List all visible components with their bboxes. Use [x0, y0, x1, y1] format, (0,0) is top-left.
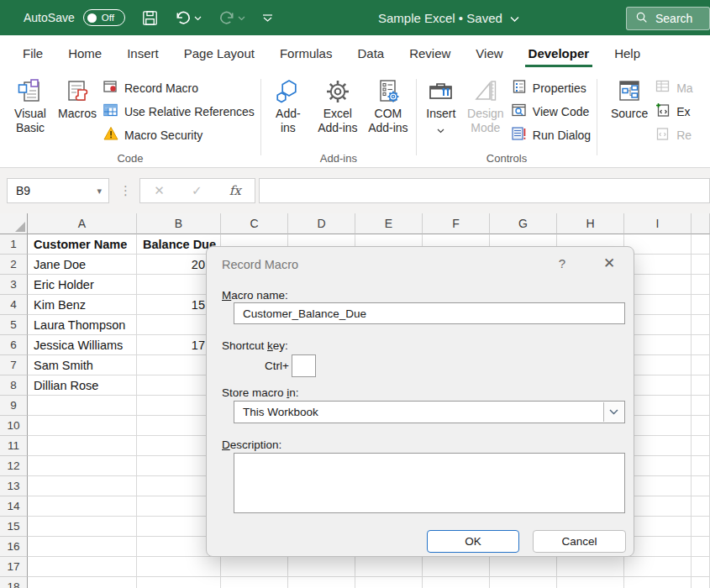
- cell-filler-11[interactable]: [692, 436, 710, 456]
- cell-d18[interactable]: [288, 577, 355, 588]
- row-header-2[interactable]: 2: [0, 255, 28, 275]
- cell-a2[interactable]: Jane Doe: [28, 255, 137, 275]
- cell-i13[interactable]: [624, 476, 692, 496]
- cell-h17[interactable]: [557, 557, 624, 577]
- cell-a13[interactable]: [28, 476, 137, 496]
- cell-filler-4[interactable]: [692, 295, 710, 315]
- com-add-ins-button[interactable]: COM Add-ins: [364, 71, 413, 134]
- cell-i11[interactable]: [624, 436, 692, 456]
- tab-page-layout[interactable]: Page Layout: [171, 35, 267, 71]
- cell-i1[interactable]: [624, 234, 692, 255]
- row-header-9[interactable]: 9: [0, 396, 28, 416]
- cell-g17[interactable]: [490, 557, 557, 577]
- cell-filler-5[interactable]: [692, 315, 710, 335]
- row-header-14[interactable]: 14: [0, 496, 28, 517]
- export-button[interactable]: Ex: [653, 102, 695, 121]
- autosave-toggle[interactable]: Off: [83, 9, 125, 26]
- cell-i8[interactable]: [624, 375, 692, 396]
- row-header-12[interactable]: 12: [0, 456, 28, 476]
- source-button[interactable]: Source: [606, 71, 653, 121]
- row-header-18[interactable]: 18: [0, 577, 28, 588]
- undo-dropdown-icon[interactable]: [194, 15, 202, 21]
- row-header-10[interactable]: 10: [0, 416, 28, 436]
- shortcut-key-input[interactable]: [292, 354, 316, 377]
- cell-a18[interactable]: [28, 577, 137, 588]
- tab-developer[interactable]: Developer: [516, 35, 602, 71]
- cell-g18[interactable]: [490, 577, 557, 588]
- tab-home[interactable]: Home: [55, 35, 114, 71]
- cell-f17[interactable]: [423, 557, 490, 577]
- record-macro-button[interactable]: Record Macro: [101, 78, 257, 97]
- cell-c17[interactable]: [221, 557, 288, 577]
- view-code-button[interactable]: View Code: [509, 102, 593, 121]
- store-macro-in-select[interactable]: This Workbook: [234, 401, 625, 423]
- column-header-g[interactable]: G: [490, 213, 557, 234]
- tab-review[interactable]: Review: [397, 35, 463, 71]
- cell-a12[interactable]: [28, 456, 137, 476]
- add-ins-button[interactable]: Add- ins: [265, 71, 312, 134]
- cell-e18[interactable]: [355, 577, 423, 588]
- cell-a15[interactable]: [28, 517, 137, 537]
- cell-i18[interactable]: [624, 577, 692, 588]
- row-header-8[interactable]: 8: [0, 375, 28, 396]
- cell-i2[interactable]: [624, 255, 692, 275]
- cell-a16[interactable]: [28, 537, 137, 557]
- row-header-6[interactable]: 6: [0, 335, 28, 355]
- row-header-7[interactable]: 7: [0, 355, 28, 375]
- column-header-b[interactable]: B: [137, 213, 221, 234]
- cell-filler-13[interactable]: [692, 476, 710, 496]
- column-header-h[interactable]: H: [557, 213, 624, 234]
- column-header-c[interactable]: C: [221, 213, 288, 234]
- cell-i4[interactable]: [624, 295, 692, 315]
- cell-d17[interactable]: [288, 557, 355, 577]
- cell-filler-12[interactable]: [692, 456, 710, 476]
- search-input[interactable]: Search: [626, 7, 710, 30]
- column-header-i[interactable]: I: [624, 213, 692, 234]
- macros-button[interactable]: Macros: [54, 71, 101, 121]
- tab-view[interactable]: View: [463, 35, 515, 71]
- cell-filler-6[interactable]: [692, 335, 710, 355]
- name-box[interactable]: B9 ▾: [7, 178, 109, 203]
- cell-e17[interactable]: [355, 557, 423, 577]
- select-all-button[interactable]: [0, 213, 28, 234]
- combo-chevron-down-icon[interactable]: [603, 402, 623, 422]
- cell-i17[interactable]: [624, 557, 692, 577]
- cell-i5[interactable]: [624, 315, 692, 335]
- cell-a9[interactable]: [28, 396, 137, 416]
- excel-add-ins-button[interactable]: Excel Add-ins: [312, 71, 364, 134]
- cell-i9[interactable]: [624, 396, 692, 416]
- undo-button[interactable]: [175, 10, 202, 25]
- cell-i3[interactable]: [624, 275, 692, 295]
- cell-filler-10[interactable]: [692, 416, 710, 436]
- dialog-help-button[interactable]: ?: [551, 256, 573, 270]
- use-relative-references-button[interactable]: Use Relative References: [101, 102, 257, 121]
- cell-filler-18[interactable]: [692, 577, 710, 588]
- cell-a11[interactable]: [28, 436, 137, 456]
- macro-security-button[interactable]: Macro Security: [101, 125, 257, 144]
- cell-filler-17[interactable]: [692, 557, 710, 577]
- visual-basic-button[interactable]: Visual Basic: [7, 71, 54, 134]
- name-box-dropdown-icon[interactable]: ▾: [97, 186, 102, 197]
- column-header-a[interactable]: A: [28, 213, 137, 234]
- row-header-17[interactable]: 17: [0, 557, 28, 577]
- cell-a6[interactable]: Jessica Williams: [28, 335, 137, 355]
- row-header-3[interactable]: 3: [0, 275, 28, 295]
- tab-insert[interactable]: Insert: [114, 35, 171, 71]
- cell-c18[interactable]: [221, 577, 288, 588]
- cell-filler-2[interactable]: [692, 255, 710, 275]
- cell-filler-14[interactable]: [692, 496, 710, 517]
- row-header-11[interactable]: 11: [0, 436, 28, 456]
- cell-f18[interactable]: [423, 577, 490, 588]
- cell-h18[interactable]: [557, 577, 624, 588]
- row-header-1[interactable]: 1: [0, 234, 28, 255]
- row-header-5[interactable]: 5: [0, 315, 28, 335]
- description-textarea[interactable]: [234, 453, 625, 513]
- cell-i15[interactable]: [624, 517, 692, 537]
- tab-help[interactable]: Help: [602, 35, 653, 71]
- cell-filler-15[interactable]: [692, 517, 710, 537]
- cell-i6[interactable]: [624, 335, 692, 355]
- cell-a4[interactable]: Kim Benz: [28, 295, 137, 315]
- cancel-button[interactable]: Cancel: [533, 530, 626, 553]
- column-header-e[interactable]: E: [355, 213, 423, 234]
- macro-name-input[interactable]: Customer_Balance_Due: [234, 302, 625, 324]
